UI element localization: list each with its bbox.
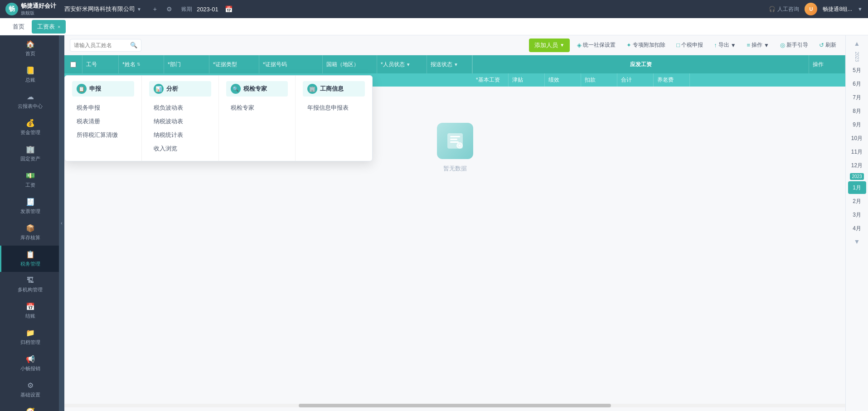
user-chevron-icon[interactable]: ▼ [858,6,863,12]
horizontal-scrollbar-track[interactable] [64,404,845,407]
sidebar-item-multi-org[interactable]: 🏗 多机构管理 [0,272,59,298]
th-name[interactable]: *姓名 ⇅ [119,55,164,73]
cal-month-jan[interactable]: 1月 [848,181,866,194]
user-avatar: U [805,3,817,15]
close-period-icon: 📅 [26,302,35,311]
calendar-up-nav[interactable]: ▲ [852,38,863,49]
dropdown-section-analysis: 📊 分析 税负波动表 纳税波动表 纳税统计表 收入浏览 [142,76,219,161]
tab-close-icon[interactable]: × [58,24,60,29]
tab-home[interactable]: 首页 [7,20,30,34]
calendar-down-nav[interactable]: ▼ [852,236,863,247]
table-container: 📋 申报 税务申报 税表清册 所得税汇算清缴 📊 分析 税负波动表 [64,55,845,411]
year-2023-badge[interactable]: 2023 [850,173,863,180]
sidebar-toggle[interactable]: ‹ [59,35,64,411]
th-status[interactable]: *人员状态 ▼ [377,55,427,73]
search-input[interactable] [74,42,128,48]
cal-month-nov[interactable]: 11月 [848,145,866,158]
guide-toolbar-icon: ◎ [780,42,785,48]
dropdown-item-annual-report[interactable]: 年报信息申报表 [303,101,365,115]
service-button[interactable]: 🎧 人工咨询 [769,5,799,13]
operations-button[interactable]: ≡ 操作 ▼ [743,39,773,51]
sidebar-item-cloud-report[interactable]: ☁ 云报表中心 [0,88,59,114]
status-filter-icon[interactable]: ▼ [406,62,411,67]
cal-month-jul[interactable]: 7月 [848,91,866,104]
sidebar-item-ledger[interactable]: 📒 总账 [0,62,59,88]
th-operation: 操作 [809,55,845,73]
sidebar-item-payroll[interactable]: 💵 工资 [0,167,59,193]
sidebar-item-home[interactable]: 🏠 首页 [0,35,59,62]
guide-button[interactable]: ◎ 新手引导 [776,39,812,51]
export-button[interactable]: ↑ 导出 ▼ [710,39,739,51]
calendar-icon[interactable]: 📅 [225,5,233,13]
sidebar-fund-label: 资金管理 [20,129,40,136]
cal-month-mar[interactable]: 3月 [848,208,866,221]
cal-month-jun[interactable]: 6月 [848,77,866,90]
sidebar-payroll-label: 工资 [25,182,35,189]
special-deduct-label: 专项附加扣除 [633,41,665,49]
sidebar-item-archive[interactable]: 📁 归档管理 [0,324,59,350]
cal-month-aug[interactable]: 8月 [848,105,866,117]
social-security-icon: ◈ [577,42,582,48]
sidebar-item-tax[interactable]: 📋 税务管理 [0,246,59,272]
th-dept[interactable]: *部门 [164,55,209,73]
dropdown-item-tax-burden[interactable]: 税负波动表 [149,101,211,115]
guide-icon: 🧭 [26,407,35,411]
cal-month-apr[interactable]: 4月 [848,222,866,235]
analysis-section-icon: 📊 [154,84,164,94]
th-deduction: 扣款 [581,73,617,87]
cal-month-oct[interactable]: 10月 [848,132,866,145]
dropdown-item-tax-table[interactable]: 税表清册 [72,115,134,128]
th-checkbox[interactable] [64,55,82,73]
sidebar-item-invoice[interactable]: 🧾 发票管理 [0,193,59,219]
refresh-label: 刷新 [825,41,836,49]
settings-icon[interactable]: ⚙ [164,4,175,15]
promo-icon: 📢 [26,355,35,363]
cal-month-sep[interactable]: 9月 [848,118,866,131]
sidebar-item-inventory[interactable]: 📦 库存核算 [0,219,59,246]
add-person-button[interactable]: 添加人员 ▼ [529,39,570,52]
refresh-button[interactable]: ↺ 刷新 [815,39,840,51]
th-report-status[interactable]: 报送状态 ▼ [427,55,472,73]
select-all-checkbox[interactable] [70,62,76,68]
dropdown-item-income-browse[interactable]: 收入浏览 [149,142,211,155]
sidebar-item-fund[interactable]: 💰 资金管理 [0,114,59,140]
sidebar-item-assets[interactable]: 🏢 固定资产 [0,140,59,167]
th-pension: 养老费 [654,73,690,87]
cal-month-may[interactable]: 5月 [848,64,866,77]
add-company-icon[interactable]: + [150,4,160,15]
empty-text: 暂无数据 [443,164,467,173]
sidebar-multi-org-label: 多机构管理 [18,286,43,293]
dropdown-item-tax-stats[interactable]: 纳税统计表 [149,128,211,142]
dropdown-item-tax-declare[interactable]: 税务申报 [72,101,134,115]
sidebar-item-promo[interactable]: 📢 小畅报销 [0,350,59,377]
company-chevron-icon: ▼ [137,7,141,12]
search-box: 🔍 [70,39,141,52]
sidebar-item-settings[interactable]: ⚙ 基础设置 [0,377,59,403]
tab-payroll[interactable]: 工资表 × [32,20,66,34]
dropdown-item-tax-payment[interactable]: 纳税波动表 [149,115,211,128]
dropdown-item-income-calc[interactable]: 所得税汇算清缴 [72,128,134,142]
sidebar-item-close-period[interactable]: 📅 结账 [0,298,59,324]
special-deduct-button[interactable]: ✦ 专项附加扣除 [623,39,669,51]
horizontal-scrollbar-thumb[interactable] [299,404,611,407]
cal-month-dec[interactable]: 12月 [848,159,866,172]
tax-icon: 📋 [26,250,35,259]
ledger-icon: 📒 [26,66,35,75]
report-filter-icon[interactable]: ▼ [454,62,458,67]
cal-month-feb[interactable]: 2月 [848,195,866,208]
sidebar-item-guide[interactable]: 🧭 新手引导 [0,403,59,411]
dropdown-sections: 📋 申报 税务申报 税表清册 所得税汇算清缴 📊 分析 税负波动表 [65,76,372,161]
company-selector[interactable]: 西安虾米网络科技有限公司 ▼ [64,5,141,13]
social-security-button[interactable]: ◈ 统一社保设置 [573,39,619,51]
payroll-tab-label: 工资表 [37,23,55,31]
section-header-declaration: 📋 申报 [72,81,134,97]
section-header-analysis: 📊 分析 [149,81,211,97]
period-label: 账期 [181,5,192,13]
toolbar-right: 添加人员 ▼ ◈ 统一社保设置 ✦ 专项附加扣除 □ 个税申报 ↑ 导出 [529,39,840,52]
add-dropdown-arrow-icon: ▼ [560,43,564,48]
svg-rect-3 [450,141,459,143]
tax-report-icon: □ [676,42,680,48]
dropdown-item-tax-check[interactable]: 税检专家 [226,101,288,115]
add-person-label: 添加人员 [534,41,558,49]
tax-report-button[interactable]: □ 个税申报 [673,39,707,51]
